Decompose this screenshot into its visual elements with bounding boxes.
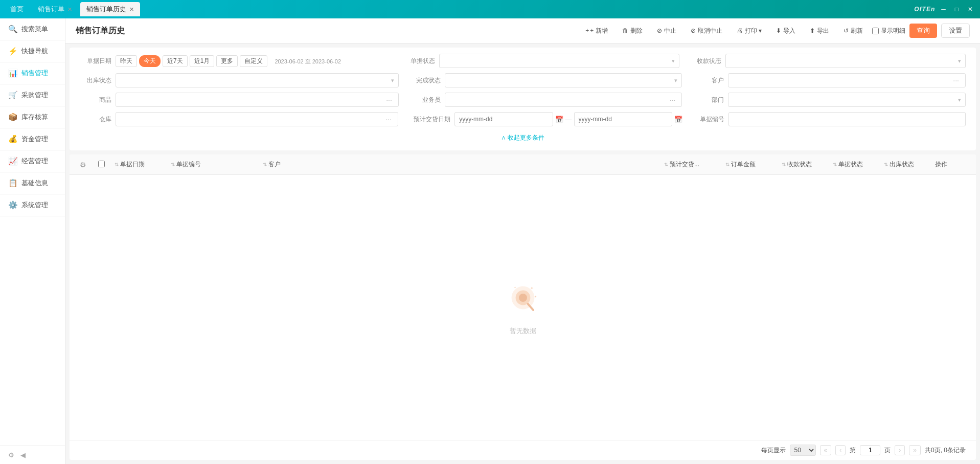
date-btn-7days[interactable]: 近7天 <box>163 55 188 67</box>
tab-home-label: 首页 <box>10 5 24 14</box>
last-page-btn[interactable]: » <box>909 445 921 455</box>
tab-sales-order-history[interactable]: 销售订单历史 ✕ <box>80 2 140 16</box>
out-status-chevron-icon: ▾ <box>391 77 394 84</box>
new-button[interactable]: + + 新增 <box>580 25 612 37</box>
delivery-date-from[interactable] <box>454 112 553 126</box>
maximize-btn[interactable]: □ <box>952 6 962 13</box>
purchase-icon: 🛒 <box>8 91 17 100</box>
basic-info-icon: 📋 <box>8 179 17 188</box>
date-btn-today[interactable]: 今天 <box>139 55 161 67</box>
sidebar-item-system-label: 系统管理 <box>21 201 48 210</box>
settings-button[interactable]: 设置 <box>941 24 970 38</box>
print-icon: 🖨 <box>737 27 743 34</box>
th-doc-status[interactable]: ⇅ 单据状态 <box>829 160 880 169</box>
next-page-btn[interactable]: › <box>895 445 905 455</box>
prev-page-btn[interactable]: ‹ <box>835 445 846 455</box>
customer-ellipsis[interactable]: ··· <box>951 76 961 84</box>
sidebar-item-search-menu[interactable]: 🔍 搜索菜单 <box>0 18 65 40</box>
tab-home[interactable]: 首页 <box>4 2 30 16</box>
doc-number-input[interactable] <box>728 112 966 126</box>
sidebar-bottom: ⚙ ◀ <box>0 446 65 464</box>
status-select[interactable]: ▾ <box>439 54 679 68</box>
page-size-select[interactable]: 50 20 100 200 <box>790 445 816 456</box>
collapse-icon[interactable]: ◀ <box>20 451 26 459</box>
tab-sales-order-close[interactable]: ✕ <box>67 6 72 13</box>
sidebar-item-sales[interactable]: 📊 销售管理 <box>0 62 65 84</box>
table-select-all[interactable] <box>92 161 110 169</box>
sidebar-item-purchase[interactable]: 🛒 采购管理 <box>0 84 65 106</box>
query-button[interactable]: 查询 <box>909 24 937 38</box>
show-detail-checkbox[interactable] <box>872 28 879 34</box>
pay-status-select[interactable]: ▾ <box>725 54 966 68</box>
calendar-from-icon[interactable]: 📅 <box>555 116 563 123</box>
sidebar-item-operations[interactable]: 📈 经营管理 <box>0 150 65 172</box>
sort-icon-number: ⇅ <box>171 162 175 167</box>
department-chevron-icon: ▾ <box>958 97 961 103</box>
th-action: 操作 <box>931 160 972 169</box>
cancel-stop-button[interactable]: ⊘ 取消中止 <box>686 25 727 37</box>
date-btn-more[interactable]: 更多 <box>216 55 238 67</box>
page-size-label: 每页显示 <box>761 446 786 455</box>
status-label: 单据状态 <box>403 57 439 65</box>
select-all-checkbox[interactable] <box>98 161 105 167</box>
delete-button[interactable]: 🗑 删除 <box>617 25 648 37</box>
date-btn-yesterday[interactable]: 昨天 <box>116 55 137 67</box>
customer-input[interactable]: ··· <box>728 73 966 87</box>
th-doc-date[interactable]: ⇅ 单据日期 <box>110 160 167 169</box>
warehouse-input[interactable]: ··· <box>116 112 398 126</box>
delivery-date-label: 预计交货日期 <box>408 115 454 124</box>
pay-status-label: 收款状态 <box>690 57 725 65</box>
export-button[interactable]: ⬆ 导出 <box>805 25 834 37</box>
main-layout: 🔍 搜索菜单 ⚡ 快捷导航 📊 销售管理 🛒 采购管理 📦 库存核算 💰 资金管… <box>0 18 980 464</box>
sidebar-item-quick-nav[interactable]: ⚡ 快捷导航 <box>0 40 65 62</box>
pagination: 每页显示 50 20 100 200 « ‹ 第 页 › » 共0页, 0条记录 <box>70 440 976 460</box>
delivery-date-to[interactable] <box>574 112 672 126</box>
refresh-button[interactable]: ↺ 刷新 <box>838 25 868 37</box>
page-label: 页 <box>884 446 891 455</box>
sort-icon-amount: ⇅ <box>725 162 730 167</box>
settings-icon[interactable]: ⚙ <box>8 451 14 459</box>
warehouse-ellipsis[interactable]: ··· <box>383 115 394 123</box>
page-go-label: 第 <box>850 446 856 455</box>
tab-sales-order-history-label: 销售订单历史 <box>86 5 126 14</box>
sidebar-item-inventory-label: 库存核算 <box>21 113 48 122</box>
stop-button[interactable]: ⊘ 中止 <box>652 25 681 37</box>
product-input[interactable]: ··· <box>116 93 399 107</box>
show-detail-checkbox-label[interactable]: 显示明细 <box>872 27 905 35</box>
th-customer[interactable]: ⇅ 客户 <box>259 160 660 169</box>
th-out-status[interactable]: ⇅ 出库状态 <box>880 160 931 169</box>
salesperson-ellipsis[interactable]: ··· <box>668 96 678 104</box>
out-status-select[interactable]: ▾ <box>116 73 399 87</box>
empty-text: 暂无数据 <box>510 326 536 336</box>
table-settings-icon[interactable]: ⚙ <box>74 161 92 169</box>
calendar-to-icon[interactable]: 📅 <box>674 116 682 123</box>
tab-sales-order[interactable]: 销售订单 ✕ <box>32 2 78 16</box>
th-doc-number[interactable]: ⇅ 单据编号 <box>167 160 259 169</box>
sidebar-item-purchase-label: 采购管理 <box>21 91 48 100</box>
tab-sales-order-history-close[interactable]: ✕ <box>129 6 134 13</box>
salesperson-input[interactable]: ··· <box>445 93 682 107</box>
complete-status-label: 完成状态 <box>409 76 445 85</box>
collapse-button[interactable]: ∧ 收起更多条件 <box>80 131 966 144</box>
minimize-btn[interactable]: ─ <box>938 6 949 13</box>
complete-status-select[interactable]: ▾ <box>445 73 682 87</box>
first-page-btn[interactable]: « <box>820 445 832 455</box>
date-btn-1month[interactable]: 近1月 <box>190 55 215 67</box>
finance-icon: 💰 <box>8 135 17 144</box>
th-amount[interactable]: ⇅ 订单金额 <box>721 160 778 169</box>
sidebar-item-system[interactable]: ⚙️ 系统管理 <box>0 194 65 216</box>
date-btn-custom[interactable]: 自定义 <box>240 55 267 67</box>
sidebar-item-inventory[interactable]: 📦 库存核算 <box>0 106 65 128</box>
product-ellipsis[interactable]: ··· <box>384 96 394 104</box>
close-btn[interactable]: ✕ <box>965 6 976 13</box>
print-button[interactable]: 🖨 打印 ▾ <box>732 25 767 37</box>
sidebar-item-basic-info[interactable]: 📋 基础信息 <box>0 172 65 194</box>
import-button[interactable]: ⬇ 导入 <box>771 25 801 37</box>
date-shortcuts: 昨天 今天 近7天 近1月 更多 自定义 <box>116 55 267 67</box>
th-delivery-date[interactable]: ⇅ 预计交货... <box>660 160 721 169</box>
th-pay-status[interactable]: ⇅ 收款状态 <box>778 160 829 169</box>
department-select[interactable]: ▾ <box>728 93 966 107</box>
sidebar-item-finance[interactable]: 💰 资金管理 <box>0 128 65 150</box>
page-input[interactable] <box>860 445 880 455</box>
date-label: 单据日期 <box>80 57 116 65</box>
